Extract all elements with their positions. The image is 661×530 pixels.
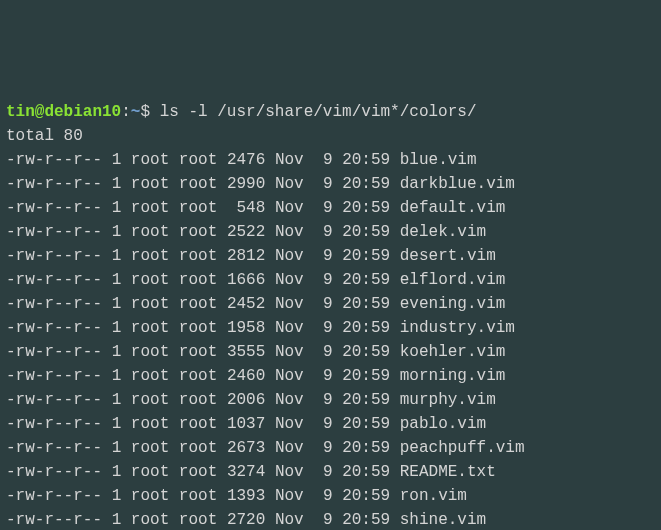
file-month: Nov [275, 463, 304, 481]
file-name: shine.vim [400, 511, 486, 529]
file-month: Nov [275, 175, 304, 193]
file-entry: -rw-r--r-- 1 root root 1666 Nov 9 20:59 … [6, 268, 655, 292]
file-entry: -rw-r--r-- 1 root root 2990 Nov 9 20:59 … [6, 172, 655, 196]
file-size: 3555 [227, 343, 265, 361]
file-perms: -rw-r--r-- [6, 511, 102, 529]
file-links: 1 [112, 247, 122, 265]
file-month: Nov [275, 319, 304, 337]
file-group: root [179, 463, 217, 481]
file-perms: -rw-r--r-- [6, 487, 102, 505]
file-day: 9 [313, 295, 332, 313]
file-month: Nov [275, 295, 304, 313]
file-time: 20:59 [342, 271, 390, 289]
file-owner: root [131, 271, 169, 289]
file-time: 20:59 [342, 199, 390, 217]
file-size: 1037 [227, 415, 265, 433]
file-links: 1 [112, 319, 122, 337]
file-day: 9 [313, 391, 332, 409]
file-group: root [179, 247, 217, 265]
file-links: 1 [112, 511, 122, 529]
file-month: Nov [275, 487, 304, 505]
file-time: 20:59 [342, 247, 390, 265]
file-time: 20:59 [342, 439, 390, 457]
file-entry: -rw-r--r-- 1 root root 2476 Nov 9 20:59 … [6, 148, 655, 172]
file-entry: -rw-r--r-- 1 root root 1393 Nov 9 20:59 … [6, 484, 655, 508]
file-group: root [179, 175, 217, 193]
file-group: root [179, 415, 217, 433]
file-links: 1 [112, 175, 122, 193]
file-owner: root [131, 391, 169, 409]
file-entry: -rw-r--r-- 1 root root 548 Nov 9 20:59 d… [6, 196, 655, 220]
file-entry: -rw-r--r-- 1 root root 2452 Nov 9 20:59 … [6, 292, 655, 316]
file-name: README.txt [400, 463, 496, 481]
file-name: morning.vim [400, 367, 506, 385]
file-group: root [179, 343, 217, 361]
file-day: 9 [313, 199, 332, 217]
file-day: 9 [313, 319, 332, 337]
file-size: 1666 [227, 271, 265, 289]
file-perms: -rw-r--r-- [6, 391, 102, 409]
file-month: Nov [275, 511, 304, 529]
file-group: root [179, 367, 217, 385]
file-name: delek.vim [400, 223, 486, 241]
file-month: Nov [275, 391, 304, 409]
file-owner: root [131, 463, 169, 481]
file-name: elflord.vim [400, 271, 506, 289]
file-size: 3274 [227, 463, 265, 481]
file-day: 9 [313, 151, 332, 169]
file-time: 20:59 [342, 151, 390, 169]
file-entry: -rw-r--r-- 1 root root 2460 Nov 9 20:59 … [6, 364, 655, 388]
file-links: 1 [112, 223, 122, 241]
file-time: 20:59 [342, 391, 390, 409]
file-day: 9 [313, 175, 332, 193]
file-group: root [179, 199, 217, 217]
file-month: Nov [275, 439, 304, 457]
file-name: desert.vim [400, 247, 496, 265]
file-group: root [179, 439, 217, 457]
file-time: 20:59 [342, 487, 390, 505]
file-owner: root [131, 343, 169, 361]
file-name: default.vim [400, 199, 506, 217]
terminal-output[interactable]: tin@debian10:~$ ls -l /usr/share/vim/vim… [6, 100, 655, 530]
file-month: Nov [275, 199, 304, 217]
file-name: industry.vim [400, 319, 515, 337]
file-owner: root [131, 199, 169, 217]
file-owner: root [131, 151, 169, 169]
file-owner: root [131, 487, 169, 505]
file-perms: -rw-r--r-- [6, 343, 102, 361]
file-day: 9 [313, 463, 332, 481]
file-owner: root [131, 415, 169, 433]
file-month: Nov [275, 415, 304, 433]
file-perms: -rw-r--r-- [6, 367, 102, 385]
file-group: root [179, 295, 217, 313]
file-size: 548 [227, 199, 265, 217]
file-links: 1 [112, 463, 122, 481]
file-time: 20:59 [342, 295, 390, 313]
file-perms: -rw-r--r-- [6, 295, 102, 313]
file-time: 20:59 [342, 175, 390, 193]
file-owner: root [131, 247, 169, 265]
file-day: 9 [313, 367, 332, 385]
file-owner: root [131, 319, 169, 337]
file-links: 1 [112, 199, 122, 217]
file-group: root [179, 487, 217, 505]
prompt-dollar: $ [140, 103, 159, 121]
file-month: Nov [275, 343, 304, 361]
file-day: 9 [313, 271, 332, 289]
file-size: 2452 [227, 295, 265, 313]
file-entry: -rw-r--r-- 1 root root 1037 Nov 9 20:59 … [6, 412, 655, 436]
file-group: root [179, 271, 217, 289]
file-links: 1 [112, 151, 122, 169]
file-time: 20:59 [342, 463, 390, 481]
file-perms: -rw-r--r-- [6, 247, 102, 265]
prompt-user-host: tin@debian10 [6, 103, 121, 121]
file-links: 1 [112, 271, 122, 289]
file-links: 1 [112, 415, 122, 433]
file-links: 1 [112, 367, 122, 385]
file-listing: -rw-r--r-- 1 root root 2476 Nov 9 20:59 … [6, 148, 655, 530]
file-group: root [179, 391, 217, 409]
file-entry: -rw-r--r-- 1 root root 2720 Nov 9 20:59 … [6, 508, 655, 530]
file-entry: -rw-r--r-- 1 root root 2006 Nov 9 20:59 … [6, 388, 655, 412]
file-month: Nov [275, 367, 304, 385]
file-owner: root [131, 511, 169, 529]
